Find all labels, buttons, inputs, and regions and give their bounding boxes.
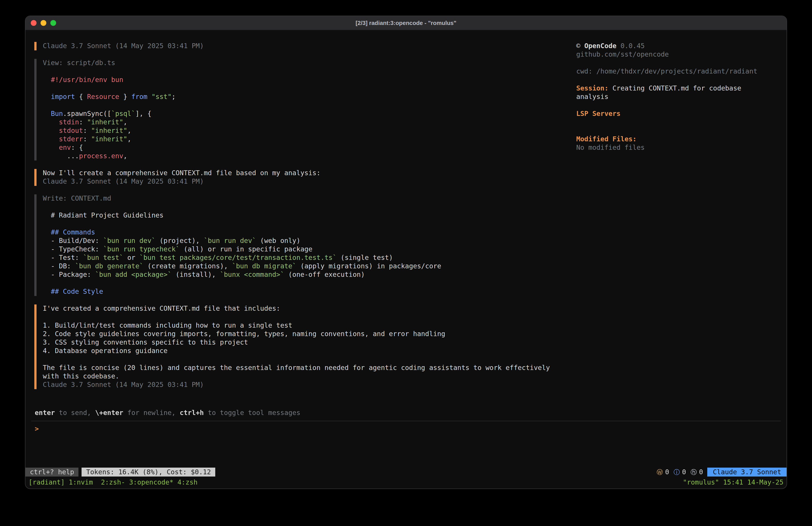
message-accent-bar <box>34 169 37 186</box>
markdown-line: - DB: `bun db generate` (create migratio… <box>43 262 441 271</box>
text-segment: The file is concise (20 lines) and captu… <box>43 364 550 372</box>
tmux-session-time: "romulus" 15:41 14-May-25 <box>683 478 783 487</box>
sidebar-line: No modified files <box>576 144 778 152</box>
text-segment: (install), <box>172 271 220 279</box>
code-line: #!/usr/bin/env bun <box>43 76 176 84</box>
markdown-line: - Package: `bun add <package>` (install)… <box>43 271 441 279</box>
text-segment: Session: <box>576 84 609 92</box>
text-segment: ## Code Style <box>51 287 103 296</box>
text-segment: `bun add <package>` <box>95 271 172 279</box>
window-titlebar[interactable]: [2/3] radiant:3:opencode - "romulus" <box>25 16 787 30</box>
text-segment: : <box>83 135 91 143</box>
sidebar-line <box>576 76 778 84</box>
text-segment: ; <box>172 93 176 101</box>
text-segment: : <box>83 127 91 134</box>
diagnostic-warnings: Ⓦ 0 <box>657 468 669 477</box>
text-segment: "inherit" <box>87 118 124 126</box>
text-segment: - DB: <box>43 262 75 270</box>
text-segment <box>147 93 151 101</box>
content-row: Claude 3.7 Sonnet (14 May 2025 03:41 PM)… <box>25 30 787 409</box>
text-segment <box>43 135 59 143</box>
code-line: stderr: "inherit", <box>43 135 176 144</box>
text-segment <box>43 144 59 152</box>
text-segment: (web only) <box>256 237 300 245</box>
message-line: with this codebase. <box>43 372 550 381</box>
text-segment: 4. Database operations guidance <box>43 347 168 355</box>
text-segment: : { <box>71 144 83 152</box>
text-segment: (one-off execution) <box>284 271 365 279</box>
text-segment: (apply migrations) in packages/core <box>296 262 441 270</box>
message-accent-bar <box>34 304 37 389</box>
text-segment: (single test) <box>337 254 393 262</box>
text-segment: #!/usr/bin/env bun <box>51 76 123 84</box>
tool-view-block: View: script/db.ts #!/usr/bin/env bun im… <box>34 59 576 160</box>
code-line: env: { <box>43 144 176 152</box>
message-line: 2. Code style guidelines covering import… <box>43 330 550 338</box>
help-hint-badge[interactable]: ctrl+? help <box>25 468 79 477</box>
code-line: View: script/db.ts <box>43 59 176 67</box>
assistant-summary-block: I've created a comprehensive CONTEXT.md … <box>34 304 576 389</box>
text-segment: \+enter <box>95 409 123 417</box>
text-segment: - Test: <box>43 254 83 262</box>
text-segment: cwd: /home/thdxr/dev/projects/radiant/ra… <box>576 67 757 75</box>
sidebar-line: Modified Files: <box>576 135 778 144</box>
text-segment: stdin <box>59 118 79 126</box>
close-button[interactable] <box>31 20 37 26</box>
text-segment: Claude 3.7 Sonnet (14 May 2025 03:41 PM) <box>43 42 204 50</box>
message-accent-bar <box>34 42 37 51</box>
text-segment: Now I'll create a comprehensive CONTEXT.… <box>43 169 320 177</box>
model-badge[interactable]: Claude 3.7 Sonnet <box>708 468 787 477</box>
text-segment: "inherit" <box>91 127 128 134</box>
sidebar-line <box>576 127 778 135</box>
text-segment: , <box>127 135 131 143</box>
sidebar-line: LSP Servers <box>576 110 778 118</box>
sidebar-line: analysis <box>576 93 778 101</box>
text-segment <box>43 127 59 134</box>
sidebar-line <box>576 118 778 127</box>
text-segment: for newline, <box>123 409 179 417</box>
message-line: The file is concise (20 lines) and captu… <box>43 364 550 372</box>
markdown-line <box>43 279 441 287</box>
assistant-message-block: Now I'll create a comprehensive CONTEXT.… <box>34 169 576 186</box>
minimize-button[interactable] <box>41 20 46 26</box>
sidebar-line: © OpenCode 0.0.45 <box>576 42 778 51</box>
message-line: Now I'll create a comprehensive CONTEXT.… <box>43 169 320 177</box>
sidebar-line <box>576 59 778 67</box>
text-segment <box>43 110 51 118</box>
text-segment: `bun run dev` <box>204 237 256 245</box>
zoom-button[interactable] <box>50 20 56 26</box>
text-segment: github.com/sst/opencode <box>576 51 669 58</box>
text-segment: OpenCode <box>584 42 617 50</box>
markdown-line: ## Commands <box>43 228 441 237</box>
text-segment: "inherit" <box>91 135 128 143</box>
text-segment <box>43 118 59 126</box>
sidebar-line <box>576 101 778 110</box>
info-sidebar: © OpenCode 0.0.45github.com/sst/opencode… <box>576 42 778 409</box>
message-line <box>43 355 550 364</box>
text-segment: `bun run dev` <box>103 237 156 245</box>
text-segment: { <box>75 93 87 101</box>
text-segment: from <box>131 93 147 101</box>
code-line: ...process.env, <box>43 152 176 160</box>
text-segment: to send, <box>55 409 95 417</box>
tmux-windows[interactable]: [radiant] 1:nvim 2:zsh- 3:opencode* 4:zs… <box>29 478 198 487</box>
markdown-line: - TypeCheck: `bun run typecheck` (all) o… <box>43 245 441 254</box>
text-segment: : <box>79 118 87 126</box>
markdown-line <box>43 220 441 228</box>
text-segment: (create migrations), <box>144 262 232 270</box>
text-segment: - TypeCheck: <box>43 245 103 253</box>
text-segment: ctrl+h <box>179 409 204 417</box>
code-line: Bun.spawnSync([`psql`], { <box>43 110 176 118</box>
message-input[interactable]: > <box>31 421 781 468</box>
code-line: stdout: "inherit", <box>43 127 176 135</box>
message-lines: Claude 3.7 Sonnet (14 May 2025 03:41 PM) <box>37 42 204 51</box>
text-segment: © <box>576 42 584 50</box>
text-segment: with this codebase. <box>43 372 119 380</box>
text-segment: `bun run typecheck` <box>103 245 179 253</box>
warning-count: 0 <box>665 468 669 476</box>
text-segment: # Radiant Project Guidelines <box>43 211 163 219</box>
text-segment: I've created a comprehensive CONTEXT.md … <box>43 304 280 312</box>
tool-accent-bar <box>34 194 37 296</box>
message-line: 3. CSS styling conventions specific to t… <box>43 338 550 347</box>
code-line: import { Resource } from "sst"; <box>43 93 176 101</box>
